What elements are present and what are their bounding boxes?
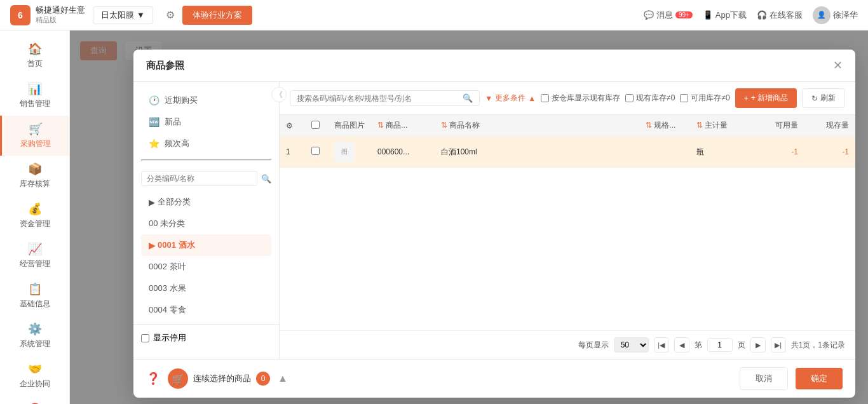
home-icon: 🏠 (28, 42, 42, 56)
app-download-item[interactable]: 📱 App下载 (703, 10, 747, 21)
top-nav: 6 畅捷通好生意 精品版 日太阳膜 ▼ ⚙ 体验行业方案 💬 消息 99+ 📱 … (0, 0, 868, 30)
logo-area: 6 畅捷通好生意 精品版 (10, 5, 85, 25)
cart-area: 🛒 连续选择的商品 0 (168, 368, 270, 389)
sidebar-item-label: 采购管理 (20, 138, 51, 149)
expand-icon[interactable]: ▲ (278, 373, 288, 384)
user-item[interactable]: 👤 徐泽华 (813, 6, 858, 24)
sidebar-item-inventory[interactable]: 📦 库存核算 (0, 156, 69, 196)
row-available: -1 (741, 137, 804, 168)
confirm-btn[interactable]: 确定 (796, 368, 843, 389)
add-product-btn[interactable]: + + 新增商品 (735, 88, 797, 108)
table-header-row: ⚙ 商品图片 ⇅ 商品... (280, 115, 855, 137)
filter-arrow-icon: ▲ (528, 94, 536, 103)
online-service-item[interactable]: 🎧 在线客服 (757, 10, 803, 21)
sidebar-item-label: 首页 (27, 58, 43, 69)
category-fruit[interactable]: 0003 水果 (141, 278, 271, 299)
refresh-btn[interactable]: ↻ 刷新 (802, 88, 845, 108)
sidebar: 🏠 首页 📊 销售管理 🛒 采购管理 📦 库存核算 💰 资金管理 📈 经营管理 … (0, 30, 70, 404)
product-reference-modal: 商品参照 ✕ 🕐 近期购买 🆕 新品 (133, 50, 855, 398)
col-unit-header[interactable]: ⇅ 主计量 (690, 115, 741, 137)
category-snack[interactable]: 0004 零食 (141, 299, 271, 321)
select-all-checkbox[interactable] (311, 121, 320, 129)
left-panel: 🕐 近期购买 🆕 新品 ⭐ 频次高 (133, 82, 280, 359)
star-icon: ⭐ (149, 138, 159, 149)
cart-icon[interactable]: 🛒 (168, 368, 188, 389)
sidebar-item-operations[interactable]: 📈 经营管理 (0, 236, 69, 276)
basic-icon: 📋 (28, 282, 42, 296)
sidebar-item-collab[interactable]: 🤝 企业协同 (0, 356, 69, 396)
row-checkbox[interactable] (311, 147, 320, 155)
sidebar-item-sales[interactable]: 📊 销售管理 (0, 76, 69, 116)
product-search-bar: 🔍 (290, 90, 480, 106)
sidebar-item-home[interactable]: 🏠 首页 (0, 36, 69, 76)
col-stock-header: 现存量 (804, 115, 855, 137)
show-disabled-checkbox[interactable] (141, 334, 149, 342)
per-page-select[interactable]: 50 100 200 (614, 337, 649, 353)
modal-close-btn[interactable]: ✕ (833, 58, 843, 72)
filter-btn[interactable]: ▼ 更多条件 ▲ (485, 93, 536, 104)
last-page-btn[interactable]: ▶| (771, 337, 786, 353)
phone-icon: 📱 (703, 10, 713, 20)
category-all[interactable]: ▶ 全部分类 (141, 191, 271, 213)
col-code-header[interactable]: ⇅ 商品... (371, 115, 435, 137)
sidebar-item-guide[interactable]: 🎯 新手引导 (0, 396, 69, 404)
message-icon: 💬 (644, 10, 654, 20)
sort-icon: ⇅ (377, 121, 384, 130)
left-nav-new-label: 新品 (165, 116, 181, 128)
messages-badge: 99+ (675, 11, 693, 18)
filter-nonzero-available[interactable]: 可用库存≠0 (680, 93, 729, 104)
product-thumbnail: 图 (334, 142, 355, 162)
filter-by-warehouse[interactable]: 按仓库显示现有库存 (541, 93, 620, 104)
row-image: 图 (328, 137, 371, 168)
left-nav-recent[interactable]: 🕐 近期购买 (141, 90, 271, 111)
left-nav-new[interactable]: 🆕 新品 (141, 111, 271, 133)
row-code: 000600... (371, 137, 435, 168)
messages-item[interactable]: 💬 消息 99+ (644, 10, 693, 21)
col-spec-header[interactable]: ⇅ 规格... (639, 115, 690, 137)
continuous-select-label: 连续选择的商品 (193, 373, 251, 384)
category-uncategorized[interactable]: 00 未分类 (141, 213, 271, 234)
table-row[interactable]: 1 图 000600... (280, 137, 855, 168)
search-icon[interactable]: 🔍 (261, 174, 271, 184)
search-bar-icon[interactable]: 🔍 (463, 93, 473, 103)
sidebar-item-basic[interactable]: 📋 基础信息 (0, 276, 69, 316)
next-page-btn[interactable]: ▶ (750, 337, 766, 353)
top-nav-right: 💬 消息 99+ 📱 App下载 🎧 在线客服 👤 徐泽华 (644, 6, 858, 24)
col-gear: ⚙ (280, 115, 305, 137)
company-dropdown[interactable]: 日太阳膜 ▼ (93, 6, 153, 24)
cancel-btn[interactable]: 取消 (740, 367, 788, 390)
left-nav-frequent[interactable]: ⭐ 频次高 (141, 133, 271, 154)
product-search-input[interactable] (297, 94, 459, 103)
triangle-icon: ▶ (149, 198, 155, 207)
active-triangle-icon: ▶ (149, 241, 155, 250)
row-gear: 1 (280, 137, 305, 168)
per-page-label: 每页显示 (578, 340, 609, 351)
left-nav-items: 🕐 近期购买 🆕 新品 ⭐ 频次高 (133, 90, 279, 154)
category-liquor[interactable]: ▶ 0001 酒水 (141, 234, 271, 256)
collapse-panel-btn[interactable]: 《 (271, 87, 287, 102)
category-tea[interactable]: 0002 茶叶 (141, 256, 271, 278)
filter-nonzero-stock[interactable]: 现有库存≠0 (625, 93, 675, 104)
page-input[interactable] (707, 338, 733, 352)
category-search-input[interactable] (141, 171, 257, 186)
sidebar-item-purchase[interactable]: 🛒 采购管理 (0, 116, 69, 156)
sort-icon: ⇅ (646, 121, 652, 130)
sidebar-item-finance[interactable]: 💰 资金管理 (0, 196, 69, 236)
cart-count: 0 (256, 372, 270, 386)
new-icon: 🆕 (149, 117, 159, 127)
prev-page-btn[interactable]: ◀ (674, 337, 689, 353)
sidebar-item-system[interactable]: ⚙️ 系统管理 (0, 316, 69, 356)
first-page-btn[interactable]: |◀ (654, 337, 669, 353)
sort-icon: ⇅ (696, 121, 703, 130)
refresh-icon: ↻ (811, 94, 818, 103)
footer-actions: 取消 确定 (740, 367, 843, 390)
row-spec (639, 137, 690, 168)
gear-icon[interactable]: ⚙ (166, 9, 175, 21)
modal-body: 🕐 近期购买 🆕 新品 ⭐ 频次高 (133, 82, 855, 359)
col-name-header[interactable]: ⇅ 商品名称 (435, 115, 639, 137)
show-disabled-row: 显示停用 (133, 324, 279, 351)
sidebar-item-label: 企业协同 (20, 379, 50, 389)
product-table-area: ⚙ 商品图片 ⇅ 商品... (280, 115, 855, 330)
help-icon[interactable]: ❓ (146, 372, 160, 386)
trial-btn[interactable]: 体验行业方案 (182, 6, 252, 25)
